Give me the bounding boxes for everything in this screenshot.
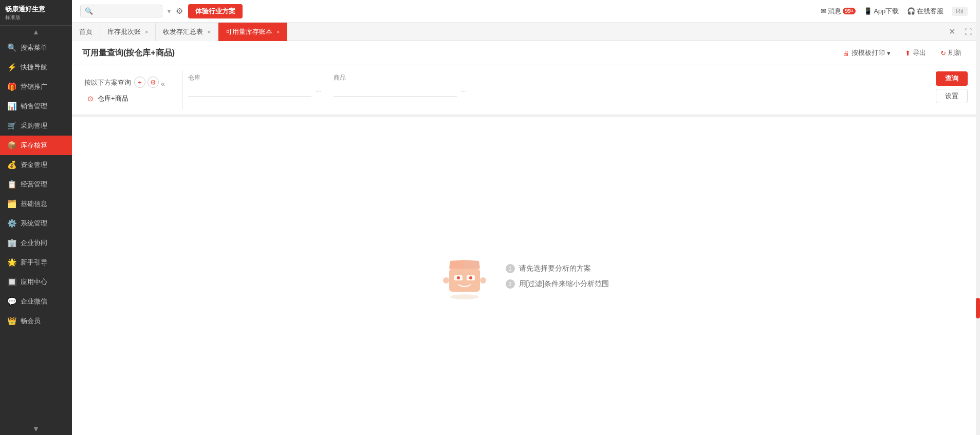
sidebar-item-sales[interactable]: 📊 销售管理 (0, 97, 72, 116)
enterprise-icon: 🏢 (7, 238, 16, 248)
quick-nav-icon: ⚡ (7, 63, 16, 72)
warehouse-input[interactable] (188, 84, 311, 97)
tip-item-2: 2 用[过滤]条件来缩小分析范围 (506, 279, 609, 289)
mobile-icon: 📱 (864, 7, 872, 15)
filter-label: 按以下方案查询 (84, 75, 131, 87)
sidebar-item-label-enterprise-wechat: 企业微信 (21, 297, 47, 306)
notification-btn[interactable]: ✉ 消息 99+ (821, 7, 856, 16)
product-input[interactable] (334, 84, 457, 97)
purchase-icon: 🛒 (7, 121, 16, 130)
tab-close-available-ledger[interactable]: × (276, 29, 280, 35)
warehouse-label: 仓库 (188, 73, 323, 82)
tab-available-ledger[interactable]: 可用量库存账本× (218, 23, 287, 41)
sidebar-item-label-purchase: 采购管理 (21, 121, 47, 130)
sidebar-item-system[interactable]: ⚙️ 系统管理 (0, 214, 72, 233)
product-filter-field: 商品 ··· (334, 73, 469, 97)
export-btn[interactable]: ⬆ 导出 (901, 46, 930, 60)
scheme-icon: ⊙ (87, 94, 94, 103)
sidebar-scroll-up[interactable]: ▲ (0, 26, 72, 38)
sidebar-item-finance[interactable]: 💰 资金管理 (0, 155, 72, 175)
sidebar-nav: 🔍 搜索菜单 ⚡ 快捷导航 🎁 营销推广 📊 销售管理 🛒 采购管理 📦 库存核… (0, 38, 72, 423)
search-icon: 🔍 (85, 7, 93, 15)
scrollbar-thumb[interactable] (976, 298, 980, 318)
tip-text-1: 请先选择要分析的方案 (519, 264, 591, 273)
collapse-btn[interactable]: « (161, 77, 165, 88)
refresh-icon: ↻ (940, 49, 946, 57)
svg-point-6 (469, 276, 472, 279)
tab-close-batch-account[interactable]: × (145, 29, 148, 35)
empty-tips: 1 请先选择要分析的方案 2 用[过滤]条件来缩小分析范围 (506, 264, 609, 289)
svg-marker-1 (449, 260, 465, 269)
trial-btn[interactable]: 体验行业方案 (188, 4, 243, 18)
sidebar-item-new-guide[interactable]: 🌟 新手引导 (0, 253, 72, 272)
main-area: 🔍 ▾ ⚙ 体验行业方案 ✉ 消息 99+ 📱 App下载 🎧 在线客服 Rit (72, 0, 976, 435)
topbar-dropdown-icon[interactable]: ▾ (168, 8, 171, 15)
sidebar: 畅康通好生意 标准版 ▲ 🔍 搜索菜单 ⚡ 快捷导航 🎁 营销推广 📊 销售管理… (0, 0, 72, 435)
svg-point-8 (480, 277, 486, 283)
tip-item-1: 1 请先选择要分析的方案 (506, 264, 609, 273)
svg-rect-0 (449, 269, 480, 292)
search-input[interactable] (95, 8, 157, 15)
tip-text-2: 用[过滤]条件来缩小分析范围 (519, 279, 609, 289)
svg-marker-2 (465, 260, 480, 269)
marketing-icon: 🎁 (7, 82, 16, 91)
scheme-item-warehouse-product[interactable]: ⊙ 仓库+商品 (80, 90, 182, 107)
sidebar-item-operations[interactable]: 📋 经营管理 (0, 175, 72, 194)
scroll-up-btn[interactable]: ▲ (32, 28, 40, 36)
product-more-btn[interactable]: ··· (459, 86, 469, 96)
sidebar-item-purchase[interactable]: 🛒 采购管理 (0, 116, 72, 136)
system-icon: ⚙️ (7, 219, 16, 228)
settings-btn[interactable]: 设置 (936, 89, 968, 103)
template-print-btn[interactable]: 🖨 按模板打印 ▾ (839, 46, 895, 60)
close-all-tabs-btn[interactable]: ✕ (944, 27, 960, 36)
print-dropdown-icon[interactable]: ▾ (887, 49, 891, 57)
operations-icon: 📋 (7, 180, 16, 189)
sidebar-item-inventory[interactable]: 📦 库存核算 (0, 136, 72, 155)
warehouse-more-btn[interactable]: ··· (313, 86, 323, 96)
sidebar-item-quick-nav[interactable]: ⚡ 快捷导航 (0, 58, 72, 77)
topbar-search-box: 🔍 (80, 5, 162, 17)
svg-point-5 (457, 276, 460, 279)
sidebar-item-label-basic: 基础信息 (21, 199, 47, 209)
add-scheme-btn[interactable]: + (134, 77, 145, 88)
sidebar-item-enterprise[interactable]: 🏢 企业协同 (0, 233, 72, 253)
sales-icon: 📊 (7, 102, 16, 111)
user-avatar[interactable]: Rit (952, 7, 968, 16)
tip-num-2: 2 (506, 279, 515, 289)
tip-num-1: 1 (506, 264, 515, 273)
online-service-btn[interactable]: 🎧 在线客服 (907, 7, 944, 16)
tab-label-available-ledger: 可用量库存账本 (226, 27, 272, 36)
brand-sub: 标准版 (5, 14, 67, 21)
tabs-bar: 首页库存批次账×收发存汇总表×可用量库存账本×✕ ⛶ (72, 23, 976, 41)
sidebar-item-label-marketing: 营销推广 (21, 82, 47, 91)
query-btn[interactable]: 查询 (936, 71, 968, 86)
scroll-down-btn[interactable]: ▼ (32, 425, 40, 433)
product-label: 商品 (334, 73, 469, 82)
sidebar-item-search[interactable]: 🔍 搜索菜单 (0, 38, 72, 58)
sidebar-item-member[interactable]: 👑 畅会员 (0, 311, 72, 331)
sidebar-item-basic[interactable]: 🗂️ 基础信息 (0, 194, 72, 214)
tab-home[interactable]: 首页 (72, 23, 100, 41)
expand-tabs-btn[interactable]: ⛶ (960, 28, 976, 36)
svg-point-9 (450, 294, 479, 299)
sidebar-item-label-search: 搜索菜单 (21, 43, 47, 52)
topbar-gear-icon[interactable]: ⚙ (176, 6, 183, 16)
tab-close-inventory-summary[interactable]: × (207, 29, 210, 35)
sidebar-scroll-down[interactable]: ▼ (0, 423, 72, 435)
sidebar-item-app-center[interactable]: 🔲 应用中心 (0, 272, 72, 292)
app-download-btn[interactable]: 📱 App下载 (864, 7, 899, 16)
tab-inventory-summary[interactable]: 收发存汇总表× (156, 23, 218, 41)
refresh-btn[interactable]: ↻ 刷新 (936, 46, 966, 60)
svg-point-7 (443, 277, 449, 283)
scheme-settings-btn[interactable]: ⚙ (147, 77, 159, 88)
sidebar-item-marketing[interactable]: 🎁 营销推广 (0, 77, 72, 97)
page-header: 可用量查询(按仓库+商品) 🖨 按模板打印 ▾ ⬆ 导出 ↻ 刷新 (72, 41, 976, 65)
query-btn-area: 查询 设置 (936, 70, 968, 103)
export-icon: ⬆ (905, 49, 911, 57)
app-center-icon: 🔲 (7, 277, 16, 287)
page-title: 可用量查询(按仓库+商品) (82, 48, 175, 59)
tab-batch-account[interactable]: 库存批次账× (100, 23, 156, 41)
sidebar-item-enterprise-wechat[interactable]: 💬 企业微信 (0, 292, 72, 311)
sidebar-item-label-finance: 资金管理 (21, 160, 47, 169)
filter-header-row: 按以下方案查询 + ⚙ « (80, 72, 182, 90)
